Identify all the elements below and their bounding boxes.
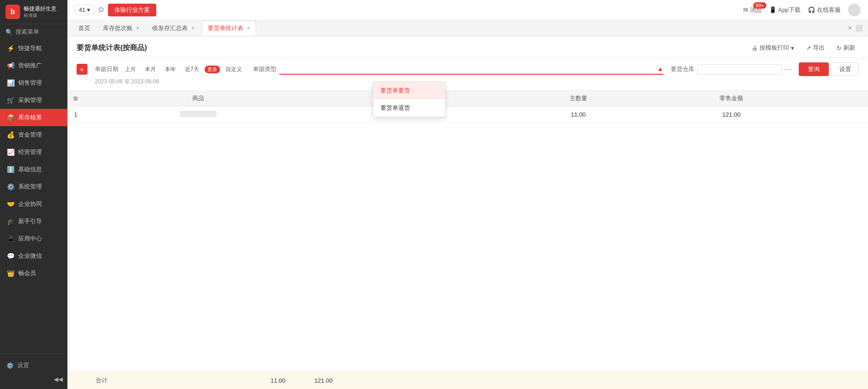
sidebar: b 畅捷通好生意 标准版 🔍 搜索菜单 ⚡ 快捷导航 📢 营销推广 📊 销售管理… (0, 0, 67, 389)
type-chevron-up-icon[interactable]: ▲ (657, 65, 663, 72)
purchase-icon: 🛒 (6, 97, 15, 104)
warehouse-filter-group: 要货仓库 ··· (671, 64, 791, 75)
more-date-tag[interactable]: 更多 (205, 66, 220, 73)
custom-date-btn[interactable]: 自定义 (222, 65, 246, 74)
date-filter-group: 单据日期 上月 本月 本年 近7天 更多 自定义 (95, 65, 246, 74)
sidebar-item-system[interactable]: ⚙️ 系统管理 (0, 178, 67, 195)
app-download-item[interactable]: 📱 App下载 (769, 6, 801, 14)
refresh-icon: ↻ (837, 45, 842, 51)
tab-recv-send-summary[interactable]: 收发存汇总表 × (147, 21, 200, 35)
row-amount[interactable]: 121.00 (648, 107, 815, 123)
main-area: 41 ▾ ⚙ 体验行业方案 ✉ 消息 99+ 📱 App下载 🎧 在线客服 (67, 0, 868, 389)
trial-button[interactable]: 体验行业方案 (108, 4, 156, 16)
more-filters-icon[interactable]: ··· (785, 65, 791, 74)
table-container: ⚙ 商品 主计量单位 主数量 零售金额 1 块 (67, 91, 868, 123)
store-selector[interactable]: 41 ▾ (75, 5, 94, 15)
expand-icon: » (80, 66, 84, 73)
sidebar-item-finance[interactable]: 💰 资金管理 (0, 126, 67, 143)
top-header: 41 ▾ ⚙ 体验行业方案 ✉ 消息 99+ 📱 App下载 🎧 在线客服 (67, 0, 868, 20)
message-icon: ✉ (743, 6, 748, 13)
messages-item[interactable]: ✉ 消息 99+ (743, 6, 762, 14)
user-avatar[interactable] (848, 4, 861, 16)
search-menu-item[interactable]: 🔍 搜索菜单 (0, 24, 67, 40)
tab-home[interactable]: 首页 (73, 21, 96, 35)
appcenter-icon: 📱 (6, 235, 15, 242)
last-month-btn[interactable]: 上月 (121, 65, 139, 74)
sidebar-item-inventory[interactable]: 📦 库存核算 (0, 109, 67, 126)
print-template-button[interactable]: 🖨 按模板打印 ▾ (748, 42, 798, 54)
tab-order-summary-label: 要货单统计表 (208, 24, 243, 32)
online-service-item[interactable]: 🎧 在线客服 (808, 6, 841, 14)
print-icon: 🖨 (752, 45, 758, 51)
phone-icon: 📱 (769, 6, 776, 13)
close-all-icon[interactable]: ✕ (847, 25, 853, 31)
footer-amount: 121.00 (301, 377, 346, 384)
warehouse-input[interactable] (697, 64, 782, 75)
maximize-icon[interactable]: ⬜ (855, 25, 863, 31)
dropdown-item-order[interactable]: 要货单要货 (373, 82, 445, 99)
print-chevron: ▾ (791, 45, 794, 51)
page-title: 要货单统计表(按商品) (77, 43, 147, 53)
row-quantity[interactable]: 11.00 (509, 107, 648, 123)
expand-filter-button[interactable]: » (77, 64, 87, 75)
service-icon: 🎧 (808, 6, 815, 13)
tab-inventory-batch[interactable]: 库存批次账 × (98, 21, 145, 35)
refresh-button[interactable]: ↻ 刷新 (833, 42, 859, 54)
tab-inventory-batch-close[interactable]: × (136, 25, 139, 31)
type-filter-group: 单据类型 ▲ (253, 64, 663, 75)
last-7days-btn[interactable]: 近7天 (181, 65, 203, 74)
sidebar-item-quicknav[interactable]: ⚡ 快捷导航 (0, 40, 67, 57)
this-month-btn[interactable]: 本月 (141, 65, 159, 74)
filter-row: » 单据日期 上月 本月 本年 近7天 更多 自定义 单据类型 (77, 62, 859, 76)
tab-inventory-batch-label: 库存批次账 (103, 24, 133, 32)
query-button[interactable]: 查询 (799, 62, 829, 76)
operations-icon: 📈 (6, 148, 15, 156)
sidebar-item-member[interactable]: 👑 畅会员 (0, 265, 67, 282)
sidebar-item-operations[interactable]: 📈 经营管理 (0, 143, 67, 161)
quicknav-icon: ⚡ (6, 45, 15, 52)
dropdown-item-return[interactable]: 要货单退货 (373, 99, 445, 117)
member-icon: 👑 (6, 270, 15, 277)
sales-icon: 📊 (6, 79, 15, 87)
header-left: 41 ▾ ⚙ 体验行业方案 (75, 4, 156, 16)
type-dropdown-menu: 要货单要货 要货单退货 (373, 82, 446, 117)
col-settings-header[interactable]: ⚙ (67, 91, 84, 107)
export-button[interactable]: ↗ 导出 (802, 42, 828, 54)
sidebar-item-collaboration[interactable]: 🤝 企业协同 (0, 195, 67, 213)
tab-order-summary[interactable]: 要货单统计表 × (202, 21, 256, 36)
marketing-icon: 📢 (6, 62, 15, 69)
settings-icon: ⚙️ (6, 362, 14, 369)
export-icon: ↗ (806, 45, 811, 51)
sidebar-item-guide[interactable]: 🎓 新手引导 (0, 213, 67, 230)
dropdown-arrow: ▾ (87, 6, 90, 13)
sidebar-item-purchase[interactable]: 🛒 采购管理 (0, 92, 67, 109)
store-name: 41 (79, 6, 85, 13)
sidebar-item-marketing[interactable]: 📢 营销推广 (0, 57, 67, 74)
sidebar-item-wechat[interactable]: 💬 企业微信 (0, 247, 67, 265)
sidebar-collapse-button[interactable]: ◀◀ (0, 373, 67, 385)
logo-icon: b (5, 5, 20, 19)
table-footer-area: 合计 11.00 121.00 (67, 371, 868, 389)
sidebar-item-sales[interactable]: 📊 销售管理 (0, 74, 67, 92)
type-label: 单据类型 (253, 65, 277, 73)
collapse-icon: ◀◀ (54, 376, 63, 383)
tab-home-label: 首页 (78, 24, 90, 32)
type-input[interactable] (279, 64, 657, 74)
settings-button[interactable]: 设置 (832, 62, 859, 76)
sidebar-bottom: ⚙️ 设置 ◀◀ (0, 353, 67, 389)
sidebar-item-basic[interactable]: ℹ️ 基础信息 (0, 161, 67, 178)
page-content: 要货单统计表(按商品) 🖨 按模板打印 ▾ ↗ 导出 ↻ 刷新 (67, 36, 868, 389)
tab-recv-send-label: 收发存汇总表 (152, 24, 188, 32)
tab-recv-send-close[interactable]: × (191, 25, 195, 31)
guide-icon: 🎓 (6, 218, 15, 225)
sidebar-item-appcenter[interactable]: 📱 应用中心 (0, 230, 67, 247)
header-settings-icon[interactable]: ⚙ (98, 5, 104, 14)
wechat-icon: 💬 (6, 252, 15, 260)
sidebar-settings-item[interactable]: ⚙️ 设置 (0, 358, 67, 373)
col-extra-header (815, 91, 868, 107)
date-shortcuts: 上月 本月 本年 近7天 更多 自定义 (121, 65, 246, 74)
this-year-btn[interactable]: 本年 (161, 65, 180, 74)
table-row: 1 块 11.00 121.00 (67, 107, 868, 123)
app-tag: 标准版 (24, 12, 56, 19)
tab-order-summary-close[interactable]: × (247, 25, 250, 31)
